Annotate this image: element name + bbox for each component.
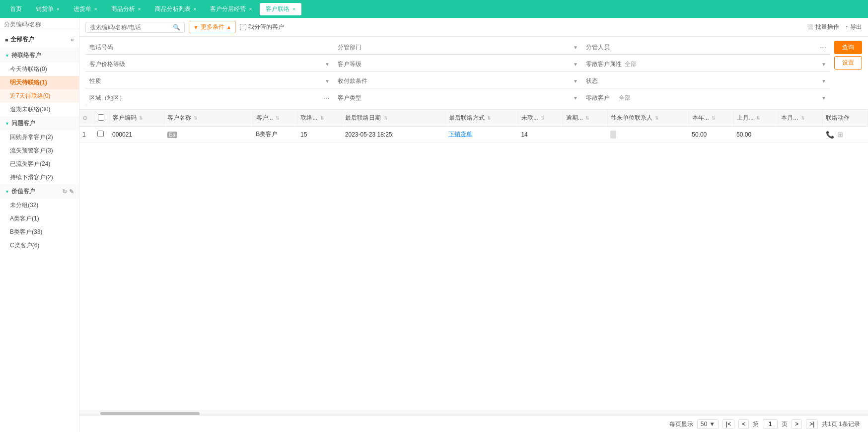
sort-contact-person[interactable]: ⇅ xyxy=(655,116,659,121)
last-page-btn[interactable]: >| xyxy=(806,419,818,429)
sort-code[interactable]: ⇅ xyxy=(139,116,143,121)
last-method-link[interactable]: 下销货单 xyxy=(448,131,472,138)
sidebar-search-input[interactable] xyxy=(4,21,78,28)
sidebar: 🔍 ■ 全部客户 « ▼ 待联络客户 今天待联络(0) 明天待联络(1) 近7天… xyxy=(0,18,79,432)
sidebar-item-today[interactable]: 今天待联络(0) xyxy=(0,63,79,76)
filter-select-status[interactable]: ▼ xyxy=(619,78,826,84)
sort-contact-count[interactable]: ⇅ xyxy=(320,116,324,121)
sidebar-value-icon1[interactable]: ↻ xyxy=(62,188,67,195)
sidebar-item-class-a[interactable]: A类客户(1) xyxy=(0,212,79,225)
sidebar-item-declining[interactable]: 持续下滑客户(2) xyxy=(0,171,79,184)
th-last-month: 上月... ⇅ xyxy=(733,110,778,127)
action-grid-icon[interactable]: ⊞ xyxy=(837,131,843,139)
select-all-checkbox[interactable] xyxy=(98,114,104,121)
filter-select-customer-level[interactable]: ▼ xyxy=(370,62,578,67)
td-contact-person xyxy=(607,127,689,143)
sort-this-month[interactable]: ⇅ xyxy=(801,116,805,121)
filter-select-price-level[interactable]: ▼ xyxy=(128,62,330,67)
sort-last-method[interactable]: ⇅ xyxy=(487,116,491,121)
td-index: 1 xyxy=(79,127,94,143)
scroll-thumb[interactable] xyxy=(100,412,200,415)
nav-purchase-order[interactable]: 进货单 × xyxy=(68,3,103,15)
prev-page-btn[interactable]: < xyxy=(738,419,749,429)
action-phone-icon[interactable]: 📞 xyxy=(826,131,834,139)
sidebar-item-overdue[interactable]: 逾期未联络(30) xyxy=(0,103,79,116)
horizontal-scrollbar[interactable] xyxy=(79,411,868,416)
filter-label-customer-level: 客户等级 xyxy=(338,60,367,69)
batch-op-btn[interactable]: ☰ 批量操作 xyxy=(808,23,839,31)
chevron-level: ▼ xyxy=(573,62,578,67)
filter-select-ctype[interactable]: ▼ xyxy=(370,95,578,101)
export-btn[interactable]: ↑ 导出 xyxy=(845,23,862,31)
nav-product-analysis[interactable]: 商品分析 × xyxy=(105,3,147,15)
row-checkbox[interactable] xyxy=(97,131,104,137)
sidebar-collapse-icon[interactable]: « xyxy=(71,36,74,43)
sort-last-month[interactable]: ⇅ xyxy=(756,116,760,121)
filter-input-phone[interactable] xyxy=(122,44,330,51)
filter-label-sparse-attr: 零散客户属性 xyxy=(586,60,622,69)
sidebar-search-wrap: 🔍 xyxy=(0,18,79,31)
sidebar-item-tomorrow[interactable]: 明天待联络(1) xyxy=(0,76,79,89)
toolbar-right: ☰ 批量操作 ↑ 导出 xyxy=(808,23,862,31)
my-customer-checkbox[interactable] xyxy=(240,24,246,30)
page-input[interactable] xyxy=(763,419,778,429)
sidebar-item-class-c[interactable]: C类客户(6) xyxy=(0,239,79,252)
th-this-year: 本年... ⇅ xyxy=(689,110,733,127)
settings-button[interactable]: 设置 xyxy=(834,56,862,70)
filter-cell-sparse-customer: 零散客户 全部 ▼ xyxy=(582,91,830,105)
filter-row-4: 区域（地区） ··· 客户类型 ▼ xyxy=(85,91,830,105)
more-filter-btn[interactable]: ▼ 更多条件 ▲ xyxy=(189,21,236,33)
per-page-select[interactable]: 50 ▼ xyxy=(697,419,719,429)
nav-close-product-analysis[interactable]: × xyxy=(138,6,141,12)
page-suffix: 页 xyxy=(782,420,788,429)
nav-close-purchase[interactable]: × xyxy=(94,6,97,12)
nav-close-sales[interactable]: × xyxy=(57,6,60,12)
nav-home[interactable]: 首页 xyxy=(4,3,28,15)
total-label: 共1页 1条记录 xyxy=(822,420,860,429)
batch-op-icon: ☰ xyxy=(808,24,813,31)
nav-customer-layered[interactable]: 客户分层经营 × xyxy=(204,3,258,15)
sidebar-all-customers[interactable]: ■ 全部客户 « xyxy=(0,31,79,48)
sidebar-item-lost[interactable]: 已流失客户(24) xyxy=(0,157,79,171)
top-nav: 首页 销货单 × 进货单 × 商品分析 × 商品分析列表 × 客户分层经营 × … xyxy=(0,0,868,18)
filter-select-sparse-attr[interactable]: 全部 ▼ xyxy=(625,60,826,69)
sidebar-item-class-b[interactable]: B类客户(33) xyxy=(0,225,79,239)
settings-icon[interactable]: ⚙ xyxy=(82,115,88,122)
sort-type[interactable]: ⇅ xyxy=(276,116,280,121)
nav-customer-contact[interactable]: 客户联络 × xyxy=(260,3,301,15)
nav-close-customer-contact[interactable]: × xyxy=(292,6,295,12)
main-search-icon[interactable]: 🔍 xyxy=(173,24,180,31)
sort-this-year[interactable]: ⇅ xyxy=(712,116,716,121)
filter-select-sparse-customer[interactable]: 全部 ▼ xyxy=(619,94,826,102)
sidebar-group-pending: ▼ 待联络客户 xyxy=(0,48,79,63)
sidebar-value-icon2[interactable]: ✎ xyxy=(69,188,74,195)
sidebar-item-loss-warning[interactable]: 流失预警客户(3) xyxy=(0,144,79,157)
pagination: 每页显示 50 ▼ |< < 第 页 > >| 共1页 1条记录 xyxy=(79,416,868,432)
sidebar-item-ungrouped[interactable]: 未分组(32) xyxy=(0,199,79,212)
chevron-status: ▼ xyxy=(821,78,826,84)
filter-select-dept[interactable]: ▼ xyxy=(370,45,578,50)
filter-select-person[interactable]: ··· xyxy=(619,43,826,52)
main-search-input[interactable] xyxy=(90,24,171,31)
th-overdue: 逾期... ⇅ xyxy=(563,110,607,127)
sort-name[interactable]: ⇅ xyxy=(194,116,198,121)
nav-close-customer-layered[interactable]: × xyxy=(249,6,252,12)
first-page-btn[interactable]: |< xyxy=(723,419,734,429)
filter-select-nature[interactable]: ▼ xyxy=(122,78,330,84)
filter-select-region[interactable]: ··· xyxy=(128,94,330,103)
nav-sales-order[interactable]: 销货单 × xyxy=(30,3,66,15)
sort-last-date[interactable]: ⇅ xyxy=(384,116,388,121)
th-contact-count: 联络... ⇅ xyxy=(297,110,342,127)
sidebar-item-7days[interactable]: 近7天待联络(0) xyxy=(0,89,79,103)
sidebar-item-repurchase-abnormal[interactable]: 回购异常客户(2) xyxy=(0,131,79,144)
query-button[interactable]: 查询 xyxy=(834,41,862,54)
filter-select-payment[interactable]: ▼ xyxy=(370,78,578,84)
sidebar-group-value: ▼ 价值客户 ↻ ✎ xyxy=(0,184,79,199)
next-page-btn[interactable]: > xyxy=(792,419,802,429)
nav-product-analysis-list[interactable]: 商品分析列表 × xyxy=(149,3,203,15)
customer-table: ⚙ 客户编码 ⇅ 客户名称 ⇅ xyxy=(79,110,868,143)
chevron-sparse-customer: ▼ xyxy=(821,95,826,101)
sort-overdue[interactable]: ⇅ xyxy=(585,116,589,121)
sort-uncontact[interactable]: ⇅ xyxy=(541,116,545,121)
nav-close-product-analysis-list[interactable]: × xyxy=(194,6,197,12)
